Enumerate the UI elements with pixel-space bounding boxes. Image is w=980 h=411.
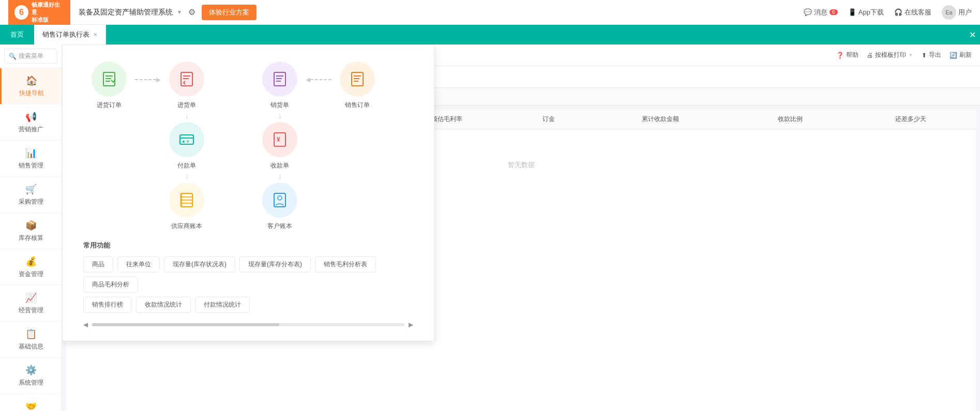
svg-text:¥: ¥: [186, 139, 189, 144]
system-dropdown-arrow[interactable]: ▼: [177, 9, 182, 15]
receipt-icon: ¥: [272, 131, 288, 148]
func-btn-counterpart[interactable]: 往来单位: [117, 256, 160, 272]
tab-close-btn[interactable]: ×: [94, 31, 97, 38]
sidebar-item-enterprise[interactable]: 🤝 企业协同: [0, 394, 62, 411]
inventory-icon: 📦: [25, 219, 37, 232]
sales-circle: [262, 62, 297, 97]
customer-ledger-circle: [262, 182, 297, 218]
scroll-right-btn[interactable]: ▶: [409, 321, 413, 328]
sidebar-item-quick-nav[interactable]: 🏠 快捷导航: [0, 68, 62, 104]
payment-circle: ¥: [169, 122, 204, 157]
search-icon: 🔍: [9, 53, 17, 60]
marketing-icon: 📢: [25, 111, 37, 123]
sidebar-item-system[interactable]: ⚙️ 系统管理: [0, 358, 62, 394]
message-badge: 6: [830, 9, 838, 15]
flow-node-receipt[interactable]: ¥ 收款单: [254, 122, 306, 170]
func-btn-receipt-stats[interactable]: 收款情况统计: [136, 297, 191, 313]
header-right: 💬 消息 6 📱 App下载 🎧 在线客服 Ea 用户: [804, 5, 972, 20]
func-btn-inventory-status[interactable]: 现存量(库存状况表): [164, 256, 235, 272]
tab-bar-close-btn[interactable]: ✕: [969, 30, 976, 40]
purchase-icon: [178, 71, 195, 87]
flow-node-supplier-ledger[interactable]: 供应商账本: [161, 182, 213, 231]
sidebar-item-purchase[interactable]: 🛒 采购管理: [0, 177, 62, 213]
sales-order-icon: [349, 71, 366, 87]
refresh-btn[interactable]: 🔄 刷新: [949, 51, 972, 59]
col-deposit: 订金: [512, 110, 586, 129]
logo-icon: 6: [14, 5, 28, 20]
sidebar-item-finance[interactable]: 💰 资金管理: [0, 249, 62, 285]
operations-icon: 📈: [25, 292, 37, 304]
online-service-icon: 🎧: [894, 8, 902, 16]
sidebar-item-basic-info[interactable]: 📋 基础信息: [0, 322, 62, 358]
col-total-receipts: 累计收款金额: [586, 110, 734, 129]
func-buttons-row2: 销售排行榜 收款情况统计 付款情况统计: [83, 297, 413, 313]
finance-icon: 💰: [25, 255, 37, 268]
logo-text: 畅康通好生意 标准版: [32, 1, 64, 23]
refresh-icon: 🔄: [949, 52, 957, 59]
scrollbar-thumb: [92, 323, 279, 326]
sidebar-search-btn[interactable]: 🔍 搜索菜单: [4, 49, 57, 64]
purchase-order-icon: [101, 71, 117, 87]
supplier-ledger-icon: [178, 192, 195, 208]
func-btn-payment-stats[interactable]: 付款情况统计: [195, 297, 250, 313]
message-btn[interactable]: 💬 消息 6: [804, 8, 838, 17]
payment-icon: ¥: [178, 131, 195, 148]
flow-node-purchase-order[interactable]: 进货订单: [83, 62, 135, 110]
tab-home[interactable]: 首页: [0, 25, 34, 44]
tab-bar: 首页 销售订单执行表 × ✕: [0, 25, 980, 44]
user-avatar: Ea: [942, 5, 956, 20]
customer-ledger-icon: [272, 192, 288, 208]
main-layout: 🔍 搜索菜单 🏠 快捷导航 📢 营销推广 📊 销售管理 🛒 采购管理 📦 库存核…: [0, 44, 980, 411]
flow-node-sales-order[interactable]: 销售订单: [331, 62, 383, 110]
col-receipt-ratio: 收款比例: [734, 110, 846, 129]
quick-nav-popup: 进货订单 ▶: [62, 44, 434, 341]
system-icon: ⚙️: [25, 364, 37, 376]
sidebar-item-inventory[interactable]: 📦 库存核算: [0, 213, 62, 249]
scrollbar-track[interactable]: [92, 323, 404, 326]
quick-nav-icon: 🏠: [25, 74, 38, 87]
logo-area: 6 畅康通好生意 标准版: [8, 0, 70, 25]
func-btn-product-gross[interactable]: 商品毛利分析: [83, 277, 138, 293]
supplier-ledger-circle: [169, 182, 204, 218]
basic-info-icon: 📋: [25, 328, 37, 340]
app-download-icon: 📱: [848, 8, 856, 16]
try-btn[interactable]: 体验行业方案: [202, 5, 257, 20]
common-funcs-title: 常用功能: [83, 241, 413, 250]
print-btn[interactable]: 🖨 按模板打印 ▼: [867, 51, 913, 59]
sidebar-item-operations[interactable]: 📈 经营管理: [0, 285, 62, 322]
settings-icon[interactable]: ⚙: [186, 7, 198, 18]
enterprise-icon: 🤝: [25, 400, 37, 411]
flow-node-sales[interactable]: 销货单: [254, 62, 306, 110]
func-btn-inventory-dist[interactable]: 现存量(库存分布表): [239, 256, 311, 272]
print-dropdown-icon: ▼: [908, 52, 913, 58]
message-icon: 💬: [804, 8, 812, 16]
func-btn-sales-gross[interactable]: 销售毛利分析表: [315, 256, 376, 272]
sidebar-item-sales[interactable]: 📊 销售管理: [0, 141, 62, 177]
popup-scrollbar: ◀ ▶: [83, 321, 413, 328]
scroll-left-btn[interactable]: ◀: [83, 321, 88, 328]
receipt-circle: ¥: [262, 122, 297, 157]
app-download-btn[interactable]: 📱 App下载: [848, 8, 884, 17]
sales-icon: 📊: [25, 147, 37, 159]
user-area[interactable]: Ea 用户: [942, 5, 972, 20]
sidebar: 🔍 搜索菜单 🏠 快捷导航 📢 营销推广 📊 销售管理 🛒 采购管理 📦 库存核…: [0, 44, 62, 411]
svg-rect-25: [180, 193, 183, 207]
export-btn[interactable]: ⬆ 导出: [922, 51, 941, 59]
online-service-btn[interactable]: 🎧 在线客服: [894, 8, 931, 17]
tab-current[interactable]: 销售订单执行表 ×: [34, 25, 106, 44]
flow-node-customer-ledger[interactable]: 客户账本: [254, 182, 306, 231]
sidebar-search: 🔍 搜索菜单: [0, 44, 62, 68]
flow-node-purchase[interactable]: 进货单: [161, 62, 213, 110]
func-btn-sales-rank[interactable]: 销售排行榜: [83, 297, 132, 313]
func-buttons-row1: 商品 往来单位 现存量(库存状况表) 现存量(库存分布表) 销售毛利分析表 商品…: [83, 256, 413, 293]
help-btn[interactable]: ❓ 帮助: [836, 51, 858, 59]
purchase-order-circle: [92, 62, 127, 97]
func-btn-product[interactable]: 商品: [83, 256, 113, 272]
sales-order-circle: [340, 62, 375, 97]
help-icon: ❓: [836, 52, 844, 59]
flow-node-payment[interactable]: ¥ 付款单: [161, 122, 213, 170]
sidebar-item-marketing[interactable]: 📢 营销推广: [0, 104, 62, 141]
print-icon: 🖨: [867, 52, 873, 59]
svg-point-17: [183, 141, 185, 143]
system-title-area: 装备及固定资产辅助管理系统 ▼ ⚙ 体验行业方案: [70, 5, 804, 20]
